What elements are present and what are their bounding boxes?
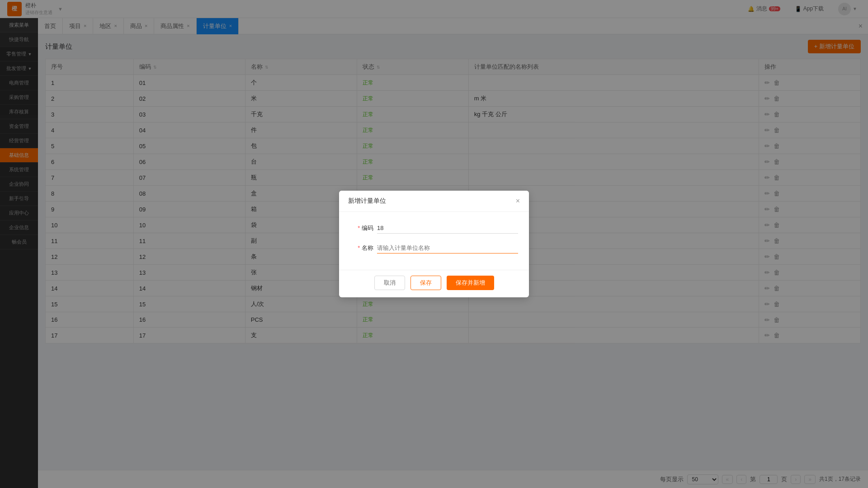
- modal-close-button[interactable]: ×: [516, 197, 520, 205]
- form-label-name: 名称: [350, 244, 377, 252]
- modal-body: 编码 名称: [339, 212, 529, 270]
- form-row-code: 编码: [350, 223, 518, 234]
- form-input-code[interactable]: [377, 223, 518, 234]
- modal-save-button[interactable]: 保存: [410, 276, 441, 290]
- form-label-code: 编码: [350, 224, 377, 232]
- modal-footer: 取消 保存 保存并新增: [339, 270, 529, 297]
- modal-add-measure-unit: 新增计量单位 × 编码 名称 取消 保存 保存并新增: [339, 191, 529, 297]
- modal-header: 新增计量单位 ×: [339, 191, 529, 212]
- modal-save-new-button[interactable]: 保存并新增: [447, 276, 494, 290]
- modal-cancel-button[interactable]: 取消: [374, 276, 405, 290]
- modal-overlay[interactable]: 新增计量单位 × 编码 名称 取消 保存 保存并新增: [0, 0, 868, 488]
- form-row-name: 名称: [350, 243, 518, 253]
- form-input-name[interactable]: [377, 243, 518, 253]
- modal-title: 新增计量单位: [348, 197, 386, 205]
